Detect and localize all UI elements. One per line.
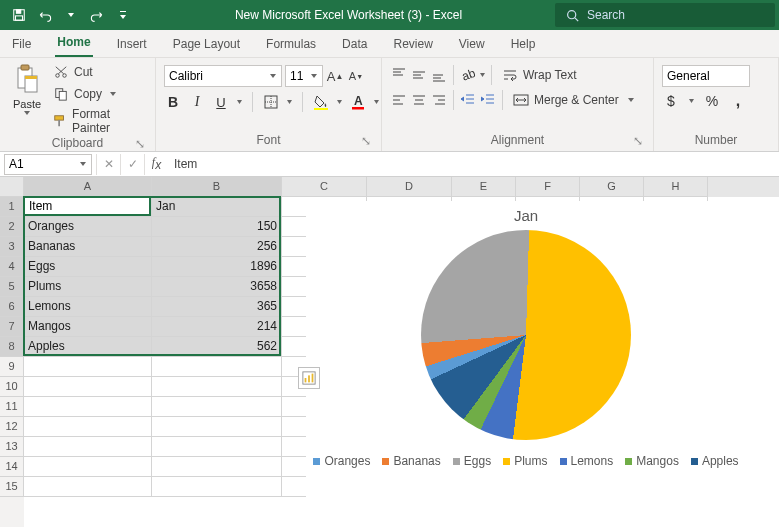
- font-dialog-launcher[interactable]: ⤡: [359, 134, 373, 148]
- column-header[interactable]: B: [152, 177, 282, 197]
- cell[interactable]: Apples: [24, 337, 152, 357]
- percent-button[interactable]: %: [703, 92, 721, 110]
- tab-page-layout[interactable]: Page Layout: [171, 31, 242, 57]
- merge-center-button[interactable]: Merge & Center: [508, 91, 639, 109]
- row-header[interactable]: 3: [0, 237, 24, 257]
- accounting-format-button[interactable]: $: [662, 92, 680, 110]
- cell[interactable]: 1896: [152, 257, 282, 277]
- cell[interactable]: Jan: [152, 197, 282, 217]
- font-size-combo[interactable]: 11: [285, 65, 323, 87]
- cell[interactable]: [152, 477, 282, 497]
- paste-button[interactable]: Paste: [8, 62, 46, 116]
- cell[interactable]: Oranges: [24, 217, 152, 237]
- orientation-button[interactable]: ab: [459, 66, 477, 84]
- wrap-text-button[interactable]: Wrap Text: [497, 66, 581, 84]
- cell[interactable]: 562: [152, 337, 282, 357]
- cell[interactable]: [152, 457, 282, 477]
- row-header[interactable]: 10: [0, 377, 24, 397]
- cell[interactable]: 256: [152, 237, 282, 257]
- cell[interactable]: [24, 457, 152, 477]
- cell[interactable]: Mangos: [24, 317, 152, 337]
- cell[interactable]: [24, 357, 152, 377]
- decrease-font-icon[interactable]: A▼: [347, 67, 365, 85]
- cell[interactable]: Item: [24, 197, 152, 217]
- cell[interactable]: 150: [152, 217, 282, 237]
- row-header[interactable]: 2: [0, 217, 24, 237]
- align-top-button[interactable]: [390, 66, 408, 84]
- row-header[interactable]: 7: [0, 317, 24, 337]
- column-header[interactable]: F: [516, 177, 580, 197]
- cell[interactable]: 365: [152, 297, 282, 317]
- cell[interactable]: [152, 397, 282, 417]
- row-header[interactable]: 15: [0, 477, 24, 497]
- cell[interactable]: 214: [152, 317, 282, 337]
- column-header[interactable]: D: [367, 177, 452, 197]
- copy-button[interactable]: Copy: [48, 84, 147, 104]
- row-header[interactable]: 11: [0, 397, 24, 417]
- tab-formulas[interactable]: Formulas: [264, 31, 318, 57]
- column-header[interactable]: A: [24, 177, 152, 197]
- quick-analysis-icon[interactable]: [298, 367, 320, 389]
- row-header[interactable]: 1: [0, 197, 24, 217]
- fill-color-button[interactable]: [312, 93, 330, 111]
- cell[interactable]: 3658: [152, 277, 282, 297]
- undo-dropdown[interactable]: [60, 4, 82, 26]
- save-icon[interactable]: [8, 4, 30, 26]
- align-left-button[interactable]: [390, 91, 408, 109]
- increase-indent-button[interactable]: [479, 91, 497, 109]
- decrease-indent-button[interactable]: [459, 91, 477, 109]
- tab-home[interactable]: Home: [55, 29, 92, 57]
- row-header[interactable]: 8: [0, 337, 24, 357]
- column-header[interactable]: C: [282, 177, 367, 197]
- italic-button[interactable]: I: [188, 93, 206, 111]
- increase-font-icon[interactable]: A▲: [326, 67, 344, 85]
- clipboard-dialog-launcher[interactable]: ⤡: [133, 137, 147, 151]
- font-name-combo[interactable]: Calibri: [164, 65, 282, 87]
- align-right-button[interactable]: [430, 91, 448, 109]
- search-box[interactable]: Search: [555, 3, 775, 27]
- row-header[interactable]: 14: [0, 457, 24, 477]
- cell[interactable]: Lemons: [24, 297, 152, 317]
- align-bottom-button[interactable]: [430, 66, 448, 84]
- cell[interactable]: [152, 357, 282, 377]
- tab-file[interactable]: File: [10, 31, 33, 57]
- align-center-button[interactable]: [410, 91, 428, 109]
- cell[interactable]: Eggs: [24, 257, 152, 277]
- formula-input[interactable]: Item: [168, 157, 779, 171]
- tab-insert[interactable]: Insert: [115, 31, 149, 57]
- tab-data[interactable]: Data: [340, 31, 369, 57]
- cell[interactable]: [24, 477, 152, 497]
- cell[interactable]: Plums: [24, 277, 152, 297]
- column-header[interactable]: H: [644, 177, 708, 197]
- cell[interactable]: [24, 397, 152, 417]
- row-header[interactable]: 9: [0, 357, 24, 377]
- font-color-button[interactable]: A: [349, 93, 367, 111]
- name-box[interactable]: A1: [4, 154, 92, 175]
- row-header[interactable]: 13: [0, 437, 24, 457]
- column-header[interactable]: G: [580, 177, 644, 197]
- borders-button[interactable]: [262, 93, 280, 111]
- bold-button[interactable]: B: [164, 93, 182, 111]
- select-all-corner[interactable]: [0, 177, 24, 197]
- row-header[interactable]: 12: [0, 417, 24, 437]
- insert-function-button[interactable]: fx: [144, 154, 168, 175]
- format-painter-button[interactable]: Format Painter: [48, 106, 147, 136]
- cell[interactable]: [24, 437, 152, 457]
- undo-button[interactable]: [34, 4, 56, 26]
- cut-button[interactable]: Cut: [48, 62, 147, 82]
- cell[interactable]: [152, 377, 282, 397]
- redo-button[interactable]: [86, 4, 108, 26]
- cell[interactable]: [152, 437, 282, 457]
- cell[interactable]: [24, 417, 152, 437]
- tab-view[interactable]: View: [457, 31, 487, 57]
- enter-formula-button[interactable]: ✓: [120, 154, 144, 175]
- underline-button[interactable]: U: [212, 93, 230, 111]
- number-format-combo[interactable]: General: [662, 65, 750, 87]
- worksheet-grid[interactable]: 123456789101112131415 ABCDEFGH Jan Orang…: [0, 177, 779, 527]
- row-header[interactable]: 5: [0, 277, 24, 297]
- row-header[interactable]: 6: [0, 297, 24, 317]
- cell[interactable]: [152, 417, 282, 437]
- comma-button[interactable]: ,: [729, 92, 747, 110]
- alignment-dialog-launcher[interactable]: ⤡: [631, 134, 645, 148]
- align-middle-button[interactable]: [410, 66, 428, 84]
